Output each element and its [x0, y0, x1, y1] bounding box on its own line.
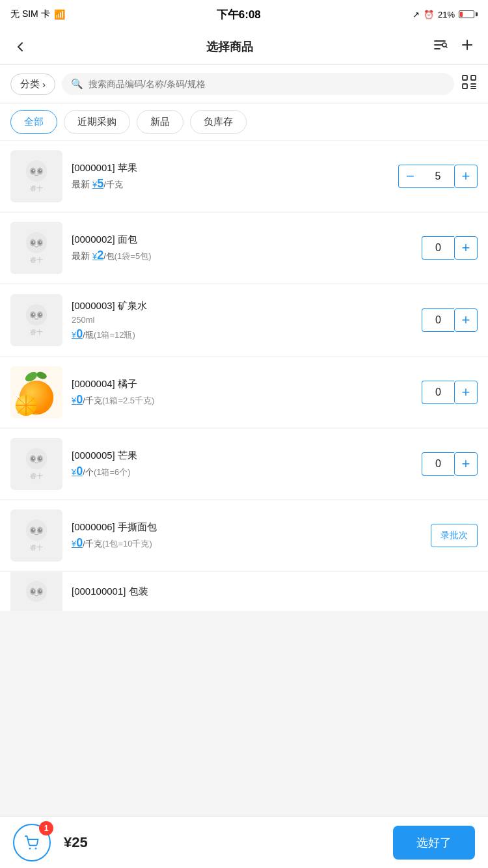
tab-new[interactable]: 新品 — [137, 110, 183, 134]
nav-bar: 选择商品 — [0, 29, 488, 65]
svg-point-57 — [40, 529, 41, 530]
svg-point-23 — [31, 241, 34, 244]
confirm-button[interactable]: 选好了 — [393, 826, 475, 860]
svg-point-54 — [31, 528, 34, 532]
svg-point-25 — [33, 241, 34, 243]
quantity-input[interactable] — [422, 308, 454, 332]
product-price: ¥0/千克(1包=10千克) — [72, 536, 422, 550]
quantity-input[interactable] — [422, 452, 454, 476]
quantity-increase-button[interactable]: + — [454, 452, 478, 476]
svg-point-66 — [35, 847, 37, 849]
status-left: 无 SIM 卡 📶 — [10, 8, 65, 20]
svg-point-44 — [26, 448, 47, 469]
quantity-increase-button[interactable]: + — [454, 236, 478, 260]
list-item: 睿十 [0000006] 手撕面包 ¥0/千克(1包=10千克) 录批次 — [0, 500, 488, 571]
svg-point-30 — [31, 313, 34, 316]
product-name: [0000002] 面包 — [72, 234, 413, 246]
product-info-0000001: [0000001] 苹果 最新 ¥5/千克 — [72, 162, 389, 191]
list-item: 睿十 [0000001] 苹果 最新 ¥5/千克 − + — [0, 141, 488, 211]
chevron-right-icon: › — [42, 79, 46, 90]
page-title: 选择商品 — [206, 39, 253, 55]
svg-rect-7 — [463, 75, 467, 80]
svg-point-61 — [31, 590, 34, 593]
svg-point-17 — [38, 169, 42, 172]
search-input-wrapper[interactable]: 🔍 — [62, 73, 454, 95]
svg-point-51 — [26, 520, 47, 541]
total-price: ¥25 — [64, 834, 380, 851]
quantity-input[interactable] — [422, 236, 454, 260]
product-controls-0000003: + — [422, 308, 478, 332]
nav-actions — [432, 37, 475, 57]
svg-point-35 — [36, 371, 47, 381]
quantity-increase-button[interactable]: + — [454, 308, 478, 332]
svg-point-24 — [38, 241, 42, 244]
scan-icon[interactable] — [461, 74, 478, 94]
list-item: [0000004] 橘子 ¥0/千克(1箱=2.5千克) + — [0, 357, 488, 427]
product-image-000100001 — [10, 572, 62, 611]
product-image-0000006: 睿十 — [10, 509, 62, 562]
quantity-increase-button[interactable]: + — [454, 381, 478, 404]
cart-wrapper: 1 — [13, 824, 51, 861]
svg-point-55 — [38, 528, 42, 532]
svg-point-27 — [26, 305, 47, 325]
quantity-decrease-button[interactable]: − — [398, 165, 422, 188]
svg-point-19 — [40, 170, 41, 171]
product-name: [000100001] 包装 — [72, 586, 478, 598]
product-price: 最新 ¥2/包(1袋=5包) — [72, 249, 413, 262]
svg-rect-9 — [463, 84, 467, 88]
product-name: [0000003] 矿泉水 — [72, 300, 413, 312]
product-controls-0000002: + — [422, 236, 478, 260]
svg-point-31 — [38, 313, 42, 316]
svg-point-13 — [26, 161, 47, 182]
tab-all[interactable]: 全部 — [10, 110, 57, 134]
cart-badge: 1 — [39, 821, 53, 835]
product-info-0000006: [0000006] 手撕面包 ¥0/千克(1包=10千克) — [72, 521, 422, 550]
list-item: 睿十 [0000003] 矿泉水 250ml ¥0/瓶(1箱=12瓶) + — [0, 284, 488, 356]
product-info-0000004: [0000004] 橘子 ¥0/千克(1箱=2.5千克) — [72, 378, 413, 407]
carrier-text: 无 SIM 卡 — [10, 8, 50, 20]
svg-point-65 — [29, 847, 31, 849]
search-icon: 🔍 — [71, 78, 83, 90]
product-price: ¥0/千克(1箱=2.5千克) — [72, 393, 413, 407]
svg-point-18 — [33, 170, 34, 171]
svg-point-56 — [33, 529, 34, 530]
product-image-0000001: 睿十 — [10, 150, 62, 202]
svg-point-48 — [38, 457, 42, 460]
svg-point-50 — [40, 457, 41, 459]
filter-icon[interactable] — [432, 37, 448, 57]
batch-button[interactable]: 录批次 — [431, 524, 478, 547]
product-list: 睿十 [0000001] 苹果 最新 ¥5/千克 − + — [0, 141, 488, 664]
product-controls-0000001: − + — [398, 165, 478, 188]
list-item: [000100001] 包装 — [0, 572, 488, 611]
quantity-input[interactable] — [422, 381, 454, 404]
tab-negative-stock[interactable]: 负库存 — [190, 110, 247, 134]
back-button[interactable] — [13, 40, 27, 54]
product-price: 最新 ¥5/千克 — [72, 177, 389, 191]
add-button[interactable] — [459, 37, 475, 57]
svg-point-62 — [38, 590, 42, 593]
svg-point-26 — [40, 241, 41, 243]
search-input[interactable] — [88, 79, 445, 89]
svg-point-58 — [26, 581, 47, 602]
tab-recent[interactable]: 近期采购 — [64, 110, 130, 134]
product-name: [0000004] 橘子 — [72, 378, 413, 390]
search-bar: 分类 › 🔍 — [0, 65, 488, 103]
svg-point-33 — [40, 314, 41, 315]
product-image-0000002: 睿十 — [10, 222, 62, 274]
product-info-0000003: [0000003] 矿泉水 250ml ¥0/瓶(1箱=12瓶) — [72, 300, 413, 341]
product-controls-0000006: 录批次 — [431, 524, 478, 547]
svg-point-32 — [33, 314, 34, 315]
svg-line-4 — [446, 46, 447, 47]
alarm-icon: ⏰ — [424, 10, 434, 20]
svg-point-64 — [40, 590, 41, 591]
svg-rect-8 — [471, 75, 476, 80]
battery-bar — [459, 10, 478, 18]
quantity-input[interactable] — [422, 165, 454, 188]
bottom-bar: 1 ¥25 选好了 — [0, 816, 488, 868]
product-name: [0000006] 手撕面包 — [72, 521, 422, 534]
quantity-increase-button[interactable]: + — [454, 165, 478, 188]
tab-bar: 全部 近期采购 新品 负库存 — [0, 103, 488, 141]
svg-point-63 — [33, 590, 34, 591]
svg-point-47 — [31, 457, 34, 460]
category-button[interactable]: 分类 › — [10, 74, 55, 95]
